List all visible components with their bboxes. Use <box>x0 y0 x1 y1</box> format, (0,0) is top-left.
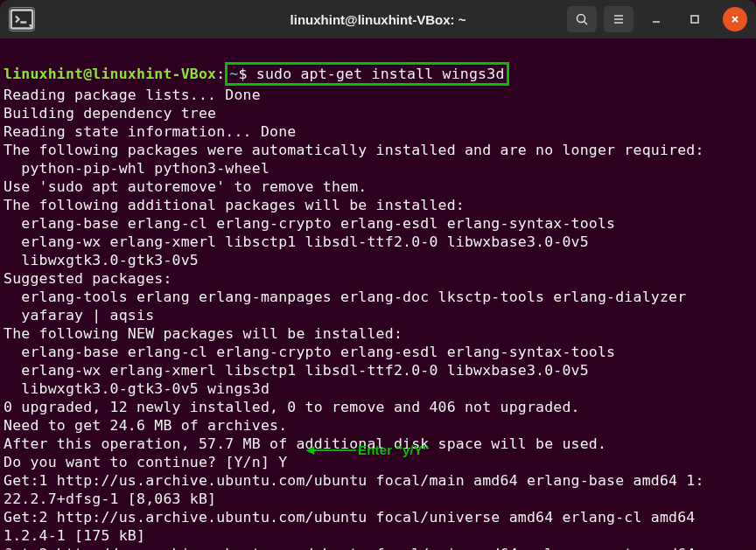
output-line: Get:3 http://us.archive.ubuntu.com/ubunt… <box>4 546 704 550</box>
svg-rect-7 <box>691 16 698 23</box>
close-icon <box>730 14 740 24</box>
output-line: erlang-wx erlang-xmerl libsctp1 libsdl-t… <box>4 233 589 250</box>
prompt-path: ~ <box>229 66 238 82</box>
prompt-colon: : <box>216 66 225 82</box>
menu-button[interactable] <box>604 6 634 32</box>
output-line: 22.2.7+dfsg-1 [8,063 kB] <box>4 491 216 507</box>
output-line: Suggested packages: <box>4 270 172 287</box>
output-line: erlang-base erlang-cl erlang-crypto erla… <box>4 215 615 232</box>
output-line: python-pip-whl python3-wheel <box>4 160 270 177</box>
output-line: The following NEW packages will be insta… <box>4 325 402 342</box>
titlebar-left <box>9 7 35 31</box>
svg-rect-0 <box>11 10 33 29</box>
output-line: Do you want to continue? [Y/n] Y <box>4 454 287 470</box>
prompt-dollar: $ <box>239 66 248 82</box>
output-line: Get:2 http://us.archive.ubuntu.com/ubunt… <box>4 509 704 526</box>
search-icon <box>575 12 589 26</box>
output-line: Building dependency tree <box>4 105 216 122</box>
output-line: The following additional packages will b… <box>4 197 465 213</box>
close-button[interactable] <box>723 7 747 31</box>
hamburger-icon <box>612 12 626 26</box>
output-line: libwxgtk3.0-gtk3-0v5 <box>4 252 199 268</box>
annotation-text: Enter "y/Y" <box>358 441 429 459</box>
maximize-icon <box>690 14 700 24</box>
output-line: Use 'sudo apt autoremove' to remove them… <box>4 178 368 195</box>
annotation: ◂——— Enter "y/Y" <box>306 441 429 459</box>
command-highlight: ~$ sudo apt-get install wings3d <box>225 62 508 86</box>
output-line: After this operation, 57.7 MB of additio… <box>4 435 606 452</box>
output-line: 0 upgraded, 12 newly installed, 0 to rem… <box>4 399 580 415</box>
search-button[interactable] <box>567 6 597 32</box>
minimize-icon <box>651 14 662 24</box>
minimize-button[interactable] <box>640 0 672 38</box>
output-line: erlang-tools erlang erlang-manpages erla… <box>4 289 686 305</box>
terminal-window: linuxhint@linuxhint-VBox: ~ linuxhint@li… <box>0 0 756 550</box>
output-line: 1.2.4-1 [175 kB] <box>4 527 145 544</box>
output-line: libwxgtk3.0-gtk3-0v5 wings3d <box>4 380 270 397</box>
terminal-body[interactable]: linuxhint@linuxhint-VBox:~$ sudo apt-get… <box>0 38 756 550</box>
output-line: Reading state information... Done <box>4 123 296 140</box>
maximize-button[interactable] <box>679 0 710 38</box>
output-line: erlang-wx erlang-xmerl libsctp1 libsdl-t… <box>4 362 589 379</box>
window-title: linuxhint@linuxhint-VBox: ~ <box>290 12 466 27</box>
titlebar: linuxhint@linuxhint-VBox: ~ <box>0 0 756 38</box>
output-line: Reading package lists... Done <box>4 87 261 103</box>
new-tab-button[interactable] <box>9 7 35 31</box>
prompt-user-host: linuxhint@linuxhint-VBox <box>4 66 216 82</box>
output-line: Need to get 24.6 MB of archives. <box>4 417 287 434</box>
output-line: erlang-base erlang-cl erlang-crypto erla… <box>4 344 615 360</box>
svg-line-2 <box>584 22 588 25</box>
titlebar-right <box>567 0 747 38</box>
terminal-icon <box>10 7 34 31</box>
output-line: yafaray | aqsis <box>4 307 154 324</box>
arrow-icon: ◂——— <box>306 441 354 459</box>
output-line: The following packages were automaticall… <box>4 142 704 158</box>
command-text: sudo apt-get install wings3d <box>248 66 505 82</box>
svg-point-1 <box>578 15 585 23</box>
output-line: Get:1 http://us.archive.ubuntu.com/ubunt… <box>4 472 704 489</box>
